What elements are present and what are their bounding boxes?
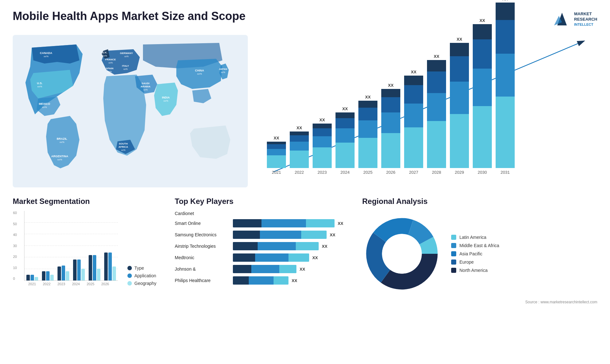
svg-text:MEXICO: MEXICO <box>39 102 50 105</box>
player-name-smart-online: Smart Online <box>175 221 230 226</box>
bar-top-label-2029: XX <box>457 37 462 42</box>
segmentation-title: Market Segmentation <box>13 197 165 206</box>
donut-chart <box>362 214 442 293</box>
reg-label-europe: Europe <box>459 260 474 265</box>
player-name-philips: Philips Healthcare <box>175 278 230 283</box>
player-row-medtronic: Medtronic XX <box>175 253 353 262</box>
bar-top-label-2022: XX <box>296 125 302 130</box>
reg-dot-north-america <box>451 268 456 273</box>
svg-text:xx%: xx% <box>44 55 48 58</box>
svg-text:xx%: xx% <box>143 89 147 91</box>
seg-legend: Type Application Geography <box>127 266 156 286</box>
bottom-section: Market Segmentation 0 10 20 30 40 50 60 <box>13 197 597 304</box>
bar-top-label-2028: XX <box>434 54 439 59</box>
seg-chart-wrapper: 0 10 20 30 40 50 60 <box>13 211 165 286</box>
reg-label-middle-east: Middle East & Africa <box>459 243 499 248</box>
player-bar-airstrip <box>233 242 319 250</box>
player-name-airstrip: Airstrip Technologies <box>175 244 230 249</box>
svg-text:U.S.: U.S. <box>37 82 43 85</box>
svg-text:INDIA: INDIA <box>162 96 170 99</box>
bar-top-label-2021: XX <box>274 136 279 140</box>
player-bar-wrap-medtronic: XX <box>233 253 353 262</box>
bar-year-2025: 2025 <box>363 170 373 175</box>
svg-text:AFRICA: AFRICA <box>119 145 128 148</box>
svg-text:xx%: xx% <box>197 72 202 75</box>
player-xx-johnson: XX <box>300 267 305 272</box>
logo: MARKET RESEARCH INTELLECT <box>552 10 597 29</box>
svg-text:xx%: xx% <box>163 99 168 102</box>
logo-icon <box>552 10 572 29</box>
reg-dot-middle-east <box>451 243 456 248</box>
player-bar-wrap-philips: XX <box>233 276 353 285</box>
regional-legend: Latin America Middle East & Africa Asia … <box>451 235 499 273</box>
seg-group-2021 <box>26 275 38 280</box>
reg-legend-north-america: North America <box>451 268 499 273</box>
player-name-medtronic: Medtronic <box>175 255 230 260</box>
regional-section: Regional Analysis <box>362 197 597 304</box>
player-bar-wrap-airstrip: XX <box>233 242 353 250</box>
bar-top-label-2024: XX <box>342 106 348 111</box>
reg-dot-asia-pacific <box>451 251 456 256</box>
svg-text:ARABIA: ARABIA <box>140 85 150 88</box>
svg-text:ITALY: ITALY <box>122 64 129 67</box>
top-section: CANADA xx% U.S. xx% MEXICO xx% BRAZIL xx… <box>13 35 597 187</box>
bar-year-2028: 2028 <box>432 170 441 175</box>
seg-x-axis: 2021 2022 2023 2024 2025 2026 <box>24 282 118 286</box>
player-bar-medtronic <box>233 253 309 262</box>
legend-label-type: Type <box>134 266 144 271</box>
player-xx-medtronic: XX <box>312 255 318 260</box>
player-xx-smart-online: XX <box>338 221 343 226</box>
legend-label-geography: Geography <box>134 281 156 286</box>
reg-label-asia-pacific: Asia Pacific <box>459 251 482 256</box>
svg-text:xx%: xx% <box>57 158 62 161</box>
bar-top-label-2025: XX <box>365 95 370 99</box>
legend-item-application: Application <box>127 273 156 278</box>
map-container: CANADA xx% U.S. xx% MEXICO xx% BRAZIL xx… <box>13 35 248 187</box>
svg-text:xx%: xx% <box>42 106 47 109</box>
svg-text:CHINA: CHINA <box>195 69 204 72</box>
bar-top-label-2030: XX <box>479 18 485 23</box>
reg-legend-europe: Europe <box>451 260 499 265</box>
bar-year-2022: 2022 <box>295 170 304 175</box>
legend-label-application: Application <box>134 273 156 278</box>
svg-text:SPAIN: SPAIN <box>106 67 113 70</box>
svg-text:xx%: xx% <box>37 85 42 88</box>
svg-text:GERMANY: GERMANY <box>120 52 133 55</box>
legend-dot-application <box>127 273 132 278</box>
bar-year-2031: 2031 <box>501 170 510 175</box>
svg-text:xx%: xx% <box>108 62 112 64</box>
svg-text:U.K.: U.K. <box>102 51 107 54</box>
reg-legend-asia-pacific: Asia Pacific <box>451 251 499 256</box>
reg-dot-latin-america <box>451 235 456 240</box>
svg-text:ARGENTINA: ARGENTINA <box>51 155 68 158</box>
players-section: Top Key Players Cardionet Smart Online X… <box>175 197 353 304</box>
legend-dot-type <box>127 266 132 270</box>
svg-text:CANADA: CANADA <box>40 51 52 55</box>
bar-top-label-2027: XX <box>411 70 416 74</box>
player-bar-johnson <box>233 265 296 273</box>
bar-year-2026: 2026 <box>386 170 396 175</box>
segmentation-section: Market Segmentation 0 10 20 30 40 50 60 <box>13 197 165 304</box>
players-title: Top Key Players <box>175 197 353 206</box>
seg-group-2026 <box>104 253 116 280</box>
svg-text:FRANCE: FRANCE <box>105 58 116 61</box>
player-xx-philips: XX <box>292 278 297 283</box>
page-title: Mobile Health Apps Market Size and Scope <box>13 10 246 23</box>
bar-chart-container: XX 2021 XX <box>257 35 597 187</box>
svg-text:xx%: xx% <box>121 149 125 151</box>
seg-bars-area: 0 10 20 30 40 50 60 <box>24 211 118 281</box>
bar-year-2029: 2029 <box>455 170 464 175</box>
svg-text:SAUDI: SAUDI <box>142 82 150 85</box>
player-bar-wrap-smart-online: XX <box>233 219 353 227</box>
player-bar-wrap-johnson: XX <box>233 265 353 273</box>
source-text: Source : www.marketresearchintellect.com <box>362 293 597 304</box>
bar-top-label-2023: XX <box>319 118 325 122</box>
player-name-cardionet: Cardionet <box>175 211 230 216</box>
world-map-svg: CANADA xx% U.S. xx% MEXICO xx% BRAZIL xx… <box>13 35 248 187</box>
bar-year-2023: 2023 <box>318 170 327 175</box>
svg-point-42 <box>382 234 422 274</box>
bar-top-label-2026: XX <box>388 83 393 88</box>
bar-year-2027: 2027 <box>409 170 418 175</box>
svg-text:xx%: xx% <box>123 68 127 70</box>
reg-label-latin-america: Latin America <box>459 235 486 240</box>
